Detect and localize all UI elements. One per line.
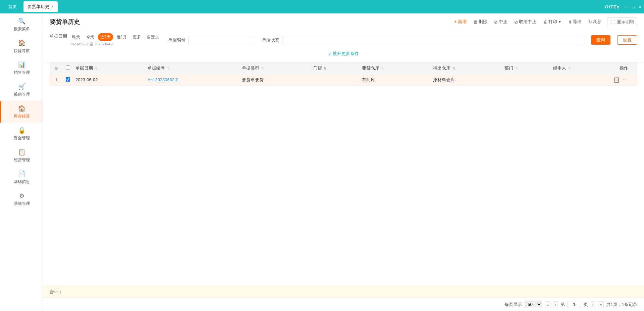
window-close-btn[interactable]: × — [639, 4, 641, 9]
print-button[interactable]: 🖨 打印 ▼ — [542, 18, 563, 26]
page-size-label: 每页显示 — [504, 302, 522, 308]
th-doc-no: 单据编号 ⇅ — [145, 62, 239, 74]
window-max-btn[interactable]: □ — [632, 4, 635, 9]
edit-action-icon[interactable]: 📋 — [613, 77, 620, 83]
th-settings: ⚙ — [50, 62, 63, 74]
cancel-stop-button[interactable]: ⊘ 取消中止 — [513, 18, 538, 26]
sidebar-item-label: 库存核算 — [14, 114, 30, 119]
brand-label: OfTEn — [605, 4, 620, 9]
select-all-checkbox[interactable] — [66, 65, 70, 70]
sidebar-item-label: 快捷导航 — [14, 48, 30, 54]
top-bar-right: OfTEn — □ × — [605, 4, 641, 9]
tab-home[interactable]: 首页 — [3, 0, 22, 13]
basic-info-icon: 📄 — [18, 170, 25, 178]
status-select-wrapper — [282, 36, 584, 44]
sidebar-item-label: 资金管理 — [14, 135, 30, 141]
main-layout: 🔍 搜索菜单 🏠 快捷导航 📊 销售管理 🛒 采购管理 🏠 库存核算 🔒 资金管… — [0, 13, 644, 311]
th-doc-no-label: 单据编号 — [148, 65, 165, 71]
sort-icon-pending[interactable]: ⇅ — [452, 66, 455, 70]
date-btn-7days[interactable]: 近7天 — [98, 33, 113, 41]
table-row: 1 2023-06-02 YH-20230602-0 要货单要货 车间库 原材料… — [50, 74, 637, 86]
expand-more-btn[interactable]: ∨ 展开更多条件 — [50, 49, 637, 58]
summary-label: 合计： — [50, 289, 63, 294]
sidebar-item-label: 采购管理 — [14, 92, 30, 97]
sales-icon: 📊 — [18, 61, 25, 69]
sidebar-item-purchase[interactable]: 🛒 采购管理 — [0, 79, 43, 101]
query-button[interactable]: 查询 — [591, 35, 610, 45]
sidebar-item-label: 经营管理 — [14, 157, 30, 163]
th-store-label: 门店 — [313, 65, 322, 71]
date-btn-more[interactable]: 更多 — [130, 33, 143, 41]
tab-active[interactable]: 要货单历史 × — [23, 1, 58, 12]
th-doc-type-label: 单据类型 — [242, 65, 259, 71]
first-page-btn[interactable]: « — [545, 301, 550, 308]
chevron-down-icon: ∨ — [328, 51, 331, 56]
new-button[interactable]: + 新增 — [453, 18, 468, 26]
td-req-warehouse: 车间库 — [359, 74, 431, 86]
sort-icon-store[interactable]: ⇅ — [324, 66, 326, 70]
td-pending-warehouse: 原材料仓库 — [430, 74, 502, 86]
doc-no-filter-group: 单据编号 — [168, 36, 255, 44]
doc-no-link[interactable]: YH-20230602-0 — [148, 77, 178, 82]
sort-icon-handler[interactable]: ⇅ — [568, 66, 571, 70]
sidebar-item-label: 搜索菜单 — [14, 26, 30, 32]
prev-page-btn[interactable]: ‹ — [553, 301, 558, 308]
sidebar-item-search[interactable]: 🔍 搜索菜单 — [0, 13, 43, 35]
settings-button[interactable]: 设置 — [617, 35, 637, 45]
td-doc-no: YH-20230602-0 — [145, 74, 239, 86]
sidebar-item-system[interactable]: ⚙ 系统管理 — [0, 188, 43, 210]
th-pending-warehouse: 待出仓库 ⇅ — [430, 62, 502, 74]
sort-icon-date[interactable]: ⇅ — [95, 66, 98, 70]
page-number-input[interactable] — [568, 301, 581, 308]
settings-icon[interactable]: ⚙ — [54, 66, 58, 71]
th-req-warehouse-label: 要货仓库 — [362, 65, 379, 71]
date-btn-yesterday[interactable]: 昨天 — [70, 33, 83, 41]
th-ops: 操作 — [610, 62, 637, 74]
refresh-button[interactable]: ↻ 刷新 — [587, 18, 603, 26]
date-btn-1month[interactable]: 近1月 — [114, 33, 129, 41]
cancel-stop-label: 取消中止 — [519, 19, 536, 25]
td-handler — [550, 74, 610, 86]
next-page-btn[interactable]: › — [591, 301, 595, 308]
sort-icon-dept[interactable]: ⇅ — [515, 66, 518, 70]
sidebar-item-operations[interactable]: 📋 经营管理 — [0, 144, 43, 166]
tab-close-icon[interactable]: × — [51, 4, 54, 9]
td-store — [311, 74, 359, 86]
status-select[interactable] — [282, 36, 584, 44]
finance-icon: 🔒 — [18, 127, 25, 134]
export-icon: ⬆ — [568, 19, 572, 25]
date-btn-custom[interactable]: 自定义 — [145, 33, 161, 41]
td-doc-date: 2023-06-02 — [73, 74, 145, 86]
cancel-stop-icon: ⊘ — [514, 19, 518, 25]
td-ops: 📋 ⋯ — [610, 74, 637, 86]
td-checkbox[interactable] — [63, 74, 73, 86]
home-icon: 🏠 — [18, 39, 25, 47]
sidebar-item-finance[interactable]: 🔒 资金管理 — [0, 123, 43, 144]
sort-icon-no[interactable]: ⇅ — [167, 66, 170, 70]
total-info: 共1页，1条记录 — [606, 302, 637, 308]
sidebar-item-quick-nav[interactable]: 🏠 快捷导航 — [0, 35, 43, 57]
last-page-btn[interactable]: » — [598, 301, 604, 308]
page-size-select[interactable]: 20 50 100 — [525, 301, 542, 308]
sidebar-item-sales[interactable]: 📊 销售管理 — [0, 57, 43, 79]
sort-icon-req[interactable]: ⇅ — [381, 66, 384, 70]
date-btn-today[interactable]: 今天 — [84, 33, 97, 41]
sort-icon-type[interactable]: ⇅ — [261, 66, 264, 70]
row-checkbox[interactable] — [66, 77, 70, 82]
display-detail-checkbox[interactable] — [611, 20, 615, 24]
stop-button[interactable]: ⊘ 中止 — [493, 18, 509, 26]
export-button[interactable]: ⬆ 导出 — [567, 18, 583, 26]
sidebar-item-basic-info[interactable]: 📄 基础信息 — [0, 166, 43, 188]
export-label: 导出 — [573, 19, 582, 25]
date-filter-label: 单据日期 — [50, 33, 67, 39]
display-detail-label: 显示明细 — [617, 19, 634, 25]
delete-button[interactable]: 🗑 删除 — [472, 18, 489, 26]
th-store: 门店 ⇅ — [311, 62, 359, 74]
window-min-btn[interactable]: — — [624, 4, 628, 9]
sidebar-item-inventory[interactable]: 🏠 库存核算 — [0, 101, 43, 123]
th-doc-date-label: 单据日期 — [75, 65, 93, 71]
delete-icon: 🗑 — [473, 19, 478, 25]
doc-no-input[interactable] — [188, 36, 255, 44]
display-detail-button[interactable]: 显示明细 — [607, 17, 637, 26]
more-action-icon[interactable]: ⋯ — [623, 77, 628, 83]
